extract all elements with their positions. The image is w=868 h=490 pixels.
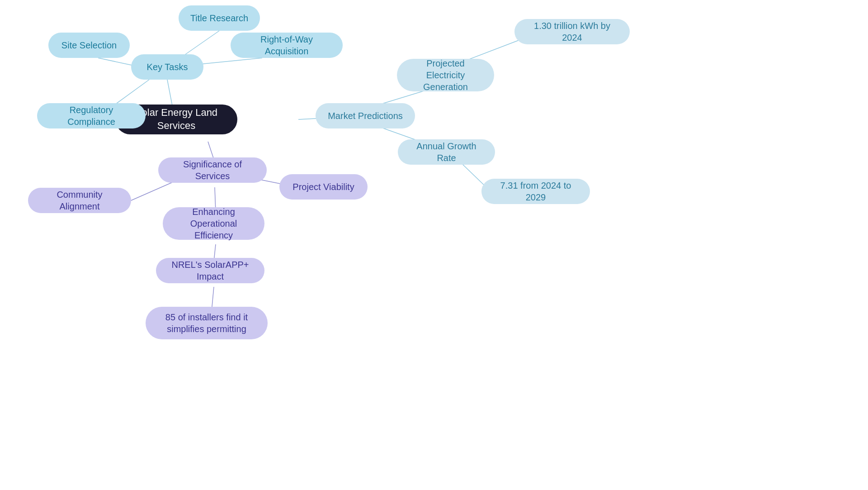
installers-label: 85 of installers find it simplifies perm… (156, 311, 257, 335)
nrel-impact-node[interactable]: NREL's SolarAPP+ Impact (156, 258, 264, 283)
mindmap-container: Solar Energy Land Services Key Tasks Tit… (0, 0, 868, 490)
market-predictions-node[interactable]: Market Predictions (316, 103, 415, 128)
growth-value-label: 7.31 from 2024 to 2029 (492, 180, 579, 203)
title-research-node[interactable]: Title Research (179, 5, 260, 31)
community-alignment-label: Community Alignment (39, 189, 120, 212)
regulatory-compliance-label: Regulatory Compliance (48, 104, 135, 128)
market-predictions-label: Market Predictions (328, 110, 403, 122)
title-research-label: Title Research (190, 12, 248, 24)
nrel-impact-label: NREL's SolarAPP+ Impact (167, 259, 254, 282)
annual-growth-rate-node[interactable]: Annual Growth Rate (398, 139, 495, 165)
site-selection-node[interactable]: Site Selection (48, 33, 130, 58)
projected-electricity-node[interactable]: Projected Electricity Generation (397, 59, 494, 91)
site-selection-label: Site Selection (61, 39, 117, 51)
project-viability-node[interactable]: Project Viability (279, 174, 368, 200)
installers-node[interactable]: 85 of installers find it simplifies perm… (146, 307, 268, 339)
regulatory-compliance-node[interactable]: Regulatory Compliance (37, 103, 146, 128)
projected-electricity-label: Projected Electricity Generation (408, 57, 483, 93)
significance-services-node[interactable]: Significance of Services (158, 157, 267, 183)
enhancing-operational-node[interactable]: Enhancing Operational Efficiency (163, 207, 264, 240)
annual-growth-rate-label: Annual Growth Rate (409, 140, 484, 164)
significance-services-label: Significance of Services (169, 158, 256, 182)
right-of-way-node[interactable]: Right-of-Way Acquisition (231, 33, 343, 58)
trillion-kwh-node[interactable]: 1.30 trillion kWh by 2024 (514, 19, 630, 44)
growth-value-node[interactable]: 7.31 from 2024 to 2029 (481, 179, 590, 204)
community-alignment-node[interactable]: Community Alignment (28, 188, 131, 213)
project-viability-label: Project Viability (292, 181, 354, 193)
key-tasks-label: Key Tasks (147, 61, 188, 73)
trillion-kwh-label: 1.30 trillion kWh by 2024 (525, 20, 619, 43)
key-tasks-node[interactable]: Key Tasks (131, 54, 203, 80)
enhancing-operational-label: Enhancing Operational Efficiency (174, 206, 254, 241)
right-of-way-label: Right-of-Way Acquisition (241, 33, 332, 57)
